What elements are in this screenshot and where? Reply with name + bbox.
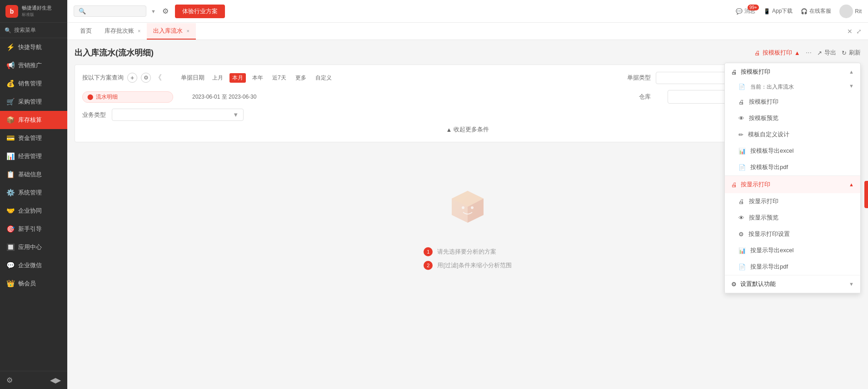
- sidebar-item-label: 畅会员: [18, 279, 36, 288]
- collab-icon: 🤝: [6, 207, 15, 215]
- refresh-icon: ↻: [842, 50, 847, 56]
- date-option-more[interactable]: 更多: [293, 73, 309, 83]
- search-input[interactable]: [89, 8, 141, 15]
- chevron-up-icon: ▲: [446, 126, 452, 133]
- date-option-this-month[interactable]: 本月: [229, 73, 246, 83]
- sidebar-item-operation[interactable]: 📊 经营管理: [0, 147, 67, 165]
- export-btn[interactable]: ↗ 导出: [817, 49, 836, 57]
- template-print-header[interactable]: 🖨 按模板打印 ▲: [725, 63, 860, 80]
- gear-icon[interactable]: ⚙: [162, 7, 169, 15]
- sidebar-item-inventory[interactable]: 📦 库存核算: [0, 111, 67, 129]
- sidebar-item-purchase[interactable]: 🛒 采购管理: [0, 93, 67, 111]
- sidebar-item-label: 系统管理: [18, 189, 42, 197]
- sidebar-item-label: 基础信息: [18, 170, 42, 179]
- message-btn[interactable]: 💬 消息 99+: [736, 7, 755, 15]
- export-label: 导出: [824, 49, 836, 57]
- template-print-section: 🖨 按模板打印 ▲ 📄 当前：出入库流水 ▼ 🖨 按模板打印: [725, 63, 860, 176]
- page-header-actions: 🖨 按模板打印 ▲ ··· ↗ 导出 ↻ 刷新: [754, 49, 861, 57]
- filter-tag-label: 流水明细: [96, 93, 118, 101]
- template-print-item-label: 按模板打印: [749, 98, 778, 106]
- set-default-arrow-icon: ▼: [849, 281, 854, 287]
- date-label: 单据日期: [181, 74, 206, 82]
- sidebar-item-marketing[interactable]: 📢 营销推广: [0, 56, 67, 75]
- print-dropdown-menu: 🖨 按模板打印 ▲ 📄 当前：出入库流水 ▼ 🖨 按模板打印: [724, 63, 861, 294]
- refresh-btn[interactable]: ↻ 刷新: [842, 49, 861, 57]
- toggle-icon[interactable]: ◀▶: [50, 376, 61, 384]
- inventory-icon: 📦: [6, 116, 15, 124]
- sidebar-item-basic[interactable]: 📋 基础信息: [0, 165, 67, 184]
- current-value: 当前：出入库流水: [750, 84, 794, 90]
- display-print-item[interactable]: 🖨 按显示打印: [725, 193, 860, 209]
- date-option-this-year[interactable]: 本年: [249, 73, 266, 83]
- date-option-7days[interactable]: 近7天: [269, 73, 289, 83]
- filter-settings-btn[interactable]: ⚙: [141, 73, 151, 83]
- display-print-settings-label: 按显示打印设置: [748, 230, 790, 238]
- sidebar-item-sales[interactable]: 💰 销售管理: [0, 75, 67, 93]
- system-icon: ⚙️: [6, 189, 15, 197]
- template-export-excel-item[interactable]: 📊 按模板导出excel: [725, 143, 860, 159]
- display-print-icon: 🖨: [738, 198, 744, 205]
- set-default-header[interactable]: ⚙ 设置默认功能 ▼: [725, 275, 860, 293]
- tab-batch[interactable]: 库存批次账 ×: [98, 23, 147, 40]
- resize-handle[interactable]: [864, 181, 868, 208]
- settings-icon[interactable]: ⚙: [6, 376, 13, 384]
- date-option-custom[interactable]: 自定义: [313, 73, 334, 83]
- business-type-select[interactable]: ▼: [112, 109, 244, 121]
- tab-flow-close[interactable]: ×: [186, 28, 189, 34]
- expand-window-icon[interactable]: ⤢: [856, 28, 862, 35]
- sidebar-item-guide[interactable]: 🎯 新手引导: [0, 220, 67, 238]
- display-export-excel-label: 按显示导出excel: [750, 246, 793, 254]
- shortcut-icon: ⚡: [6, 43, 15, 51]
- template-export-pdf-item[interactable]: 📄 按模板导出pdf: [725, 159, 860, 175]
- sidebar-item-member[interactable]: 👑 畅会员: [0, 274, 67, 293]
- sidebar-logo: b 畅捷通好生意 标准版: [0, 0, 67, 23]
- sidebar-search-area[interactable]: 🔍 搜索菜单: [0, 23, 67, 38]
- display-print-settings-icon: ⚙: [738, 231, 744, 238]
- sidebar-item-system[interactable]: ⚙️ 系统管理: [0, 184, 67, 202]
- app-logo-icon: b: [5, 5, 18, 18]
- collapse-filter-btn[interactable]: 《: [155, 73, 162, 83]
- set-default-section: ⚙ 设置默认功能 ▼: [725, 275, 860, 293]
- display-print-section: 🖨 按显示打印 ▲ 🖨 按显示打印 👁 按显示预览 ⚙ 按显示打印设置: [725, 176, 860, 275]
- print-btn[interactable]: 🖨 按模板打印 ▲: [754, 49, 800, 57]
- dots-icon[interactable]: ···: [806, 49, 812, 57]
- app-name: 畅捷通好生意: [22, 5, 52, 11]
- sidebar-item-shortcut[interactable]: ⚡ 快捷导航: [0, 38, 67, 56]
- dropdown-arrow-icon[interactable]: ▼: [151, 9, 156, 14]
- sidebar-search-btn[interactable]: 🔍 搜索菜单: [5, 26, 63, 34]
- sidebar-item-apps[interactable]: 🔲 应用中心: [0, 238, 67, 256]
- industry-btn[interactable]: 体验行业方案: [175, 5, 225, 18]
- print-header-icon: 🖨: [731, 69, 737, 75]
- template-custom-item[interactable]: ✏ 模板自定义设计: [725, 126, 860, 143]
- display-preview-item[interactable]: 👁 按显示预览: [725, 209, 860, 226]
- search-label: 搜索菜单: [14, 26, 36, 34]
- main-area: 🔍 ▼ ⚙ 体验行业方案 💬 消息 99+ 📱 App下载 🎧 在线客服 Rit: [67, 0, 868, 389]
- sidebar: b 畅捷通好生意 标准版 🔍 搜索菜单 ⚡ 快捷导航 📢 营销推广 💰 销售管理…: [0, 0, 67, 389]
- app-download-btn[interactable]: 📱 App下载: [763, 7, 793, 15]
- tab-flow[interactable]: 出入库流水 ×: [147, 23, 195, 40]
- sidebar-item-collab[interactable]: 🤝 企业协同: [0, 202, 67, 220]
- close-window-icon[interactable]: ✕: [847, 28, 853, 35]
- business-type-label: 业务类型: [82, 111, 107, 119]
- online-service-btn[interactable]: 🎧 在线客服: [801, 7, 831, 15]
- filter-tag[interactable]: ⬤ 流水明细: [82, 91, 173, 103]
- sales-icon: 💰: [6, 80, 15, 88]
- user-avatar-area[interactable]: Rit: [839, 5, 862, 18]
- display-export-pdf-item[interactable]: 📄 按显示导出pdf: [725, 259, 860, 275]
- tab-home[interactable]: 首页: [74, 23, 98, 40]
- svg-point-4: [471, 206, 474, 209]
- template-custom-label: 模板自定义设计: [748, 130, 789, 139]
- template-preview-item[interactable]: 👁 按模板预览: [725, 110, 860, 126]
- topbar-search[interactable]: 🔍: [74, 5, 146, 17]
- sidebar-item-wechat[interactable]: 💬 企业微信: [0, 256, 67, 274]
- template-print-item[interactable]: 🖨 按模板打印: [725, 94, 860, 110]
- operation-icon: 📊: [6, 152, 15, 160]
- display-export-excel-item[interactable]: 📊 按显示导出excel: [725, 242, 860, 259]
- add-filter-btn[interactable]: +: [127, 73, 137, 83]
- display-print-settings-item[interactable]: ⚙ 按显示打印设置: [725, 226, 860, 242]
- marketing-icon: 📢: [6, 61, 15, 70]
- display-print-header[interactable]: 🖨 按显示打印 ▲: [725, 176, 860, 193]
- sidebar-item-finance[interactable]: 💳 资金管理: [0, 129, 67, 147]
- date-option-last-month[interactable]: 上月: [210, 73, 226, 83]
- tab-batch-close[interactable]: ×: [138, 28, 140, 34]
